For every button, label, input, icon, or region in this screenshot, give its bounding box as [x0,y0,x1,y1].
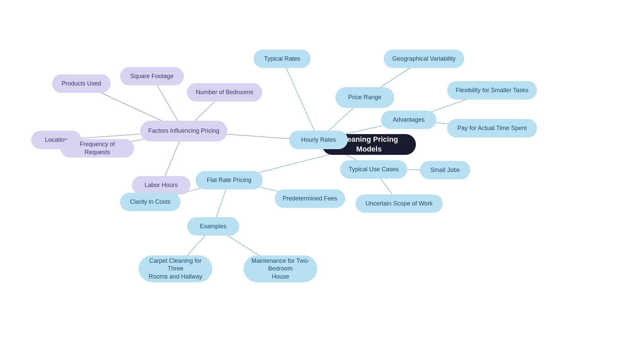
node-predeterminedFees: Predetermined Fees [275,189,345,208]
node-flatRatePricing: Flat Rate Pricing [196,171,263,189]
node-numberOfBedrooms: Number of Bedrooms [187,83,262,102]
node-smallJobs: Small Jobs [420,161,470,179]
node-advantages: Advantages [381,111,436,129]
node-priceRange: Price Range [335,87,394,108]
node-frequencyOfRequests: Frequency of Requests [60,139,134,158]
node-laborHours: Labor Hours [132,176,191,194]
node-payActualTime: Pay for Actual Time Spent [447,119,537,137]
node-squareFootage: Square Footage [120,67,184,85]
node-uncertainScopeOfWork: Uncertain Scope of Work [356,194,443,213]
node-hourlyRates: Hourly Rates [289,131,348,149]
node-examples: Examples [187,217,239,236]
node-typicalUseCases: Typical Use Cases [340,160,407,179]
svg-line-14 [282,59,319,140]
node-productsUsed: Products Used [52,74,111,93]
node-geographicalVariability: Geographical Variability [384,50,464,68]
node-carpetCleaning: Carpet Cleaning for ThreeRooms and Hallw… [139,255,212,282]
node-factors: Factors Influencing Pricing [140,121,227,141]
node-typicalRates: Typical Rates [254,50,311,68]
node-flexibilitySmallerTasks: Flexibility for Smaller Tasks [447,81,537,100]
node-clarityInCosts: Clarity in Costs [120,193,180,211]
node-maintenanceTwoBedroom: Maintenance for Two-BedroomHouse [244,255,317,282]
mind-map-connections [0,0,644,363]
